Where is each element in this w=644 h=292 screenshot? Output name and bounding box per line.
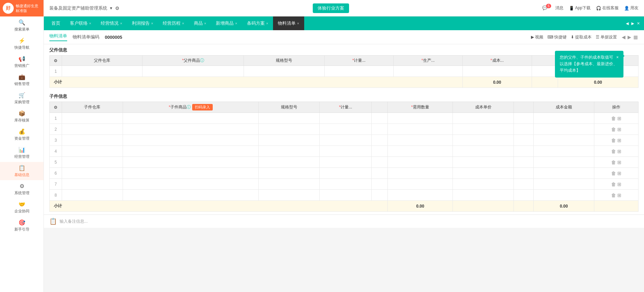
child-cell-spec-1[interactable] xyxy=(259,113,320,124)
copy-icon-3[interactable]: ⊞ xyxy=(617,138,621,143)
close-tab-operations-icon[interactable]: × xyxy=(120,21,122,25)
dropdown-arrow-icon[interactable]: ▾ xyxy=(110,5,112,11)
child-cell-warehouse-1[interactable] xyxy=(62,113,123,124)
page-grid-icon[interactable]: ▦ xyxy=(633,34,639,40)
child-row-7: 7 🗑⊞ xyxy=(50,179,639,190)
close-tab-profit-icon[interactable]: × xyxy=(151,21,153,25)
child-cell-goods-1[interactable] xyxy=(123,113,259,124)
sidebar-item-inventory[interactable]: 📦 库存核算 xyxy=(0,107,44,126)
bottom-bar: 📋 输入备注信息... xyxy=(44,214,644,228)
nav-next-icon[interactable]: ▶ xyxy=(630,21,635,26)
child-cell-spec-2[interactable] xyxy=(259,124,320,135)
child-cell-unit-2[interactable] xyxy=(320,124,372,135)
nav-close-icon[interactable]: ✕ xyxy=(635,21,641,26)
sidebar-item-quicknav[interactable]: ⚡ 快捷导航 xyxy=(0,35,44,53)
parent-cell-unit-1[interactable] xyxy=(324,66,394,77)
sidebar-item-sales[interactable]: 💼 销售管理 xyxy=(0,71,44,89)
message-area[interactable]: 💬 6 消息 xyxy=(542,5,563,11)
nav-prev-icon[interactable]: ◀ xyxy=(624,21,630,26)
copy-icon-8[interactable]: ⊞ xyxy=(617,192,621,198)
tab-customer[interactable]: 客户联络 × xyxy=(65,16,96,30)
copy-icon-7[interactable]: ⊞ xyxy=(617,182,621,187)
child-cell-qty-1[interactable] xyxy=(387,113,453,124)
delete-icon-1[interactable]: 🗑 xyxy=(611,116,616,121)
single-setting-btn[interactable]: ☰ 单据设置 xyxy=(596,34,617,40)
sidebar-item-purchase[interactable]: 🛒 采购管理 xyxy=(0,89,44,107)
child-row-num-3: 3 xyxy=(50,135,62,146)
tab-new-goods[interactable]: 新增商品 × xyxy=(211,16,242,30)
child-col-unit: *计量... xyxy=(320,102,372,113)
close-tab-new-goods-icon[interactable]: × xyxy=(235,21,237,25)
shortcut-btn[interactable]: ⌨ 快捷键 xyxy=(547,34,567,40)
parent-cell-warehouse-1[interactable] xyxy=(62,66,143,77)
copy-icon-5[interactable]: ⊞ xyxy=(617,160,621,165)
child-col-goods: *子件商品ⓘ 扫码录入 xyxy=(123,102,259,113)
copy-icon-4[interactable]: ⊞ xyxy=(617,149,621,154)
tab-home[interactable]: 首页 xyxy=(47,16,65,30)
child-cell-goods-2[interactable] xyxy=(123,124,259,135)
sidebar-item-enterprise[interactable]: 🤝 企业协同 xyxy=(0,198,44,217)
sidebar-item-guide[interactable]: 🎯 新手引导 xyxy=(0,217,44,235)
extract-cost-btn[interactable]: ⬇ 提取成本 xyxy=(571,34,592,40)
page-prev-icon[interactable]: ◀ xyxy=(621,34,626,40)
parent-cell-cost-1[interactable] xyxy=(462,66,532,77)
delete-icon-7[interactable]: 🗑 xyxy=(611,182,616,187)
child-settings-icon[interactable]: ⚙ xyxy=(54,105,58,110)
nav-tabs: 首页 客户联络 × 经营情况 × 利润报告 × 经营历程 × 商品 × 新增商品… xyxy=(44,16,644,30)
headset-icon: 🎧 xyxy=(596,6,601,11)
delete-icon-8[interactable]: 🗑 xyxy=(611,192,616,198)
sidebar-item-management[interactable]: 📊 经营管理 xyxy=(0,144,44,162)
main-content: 装备及固定资产辅助管理系统 ▾ ⚙ 体验行业方案 💬 6 消息 📱 App下载 … xyxy=(44,0,644,292)
tab-barcode[interactable]: 条码方案 × xyxy=(242,16,273,30)
trial-button[interactable]: 体验行业方案 xyxy=(313,3,349,13)
scan-button[interactable]: 扫码录入 xyxy=(192,104,213,110)
tab-goods[interactable]: 商品 × xyxy=(189,16,211,30)
close-tab-history-icon[interactable]: × xyxy=(182,21,184,25)
tab-profit[interactable]: 利润报告 × xyxy=(127,16,158,30)
box-icon: 📦 xyxy=(18,110,25,117)
app-download[interactable]: 📱 App下载 xyxy=(569,5,591,11)
user-area[interactable]: 👤 用友 xyxy=(624,5,639,11)
close-tab-goods-icon[interactable]: × xyxy=(204,21,206,25)
list-icon: 📋 xyxy=(18,165,25,171)
delete-icon-2[interactable]: 🗑 xyxy=(611,127,616,132)
tab-bom[interactable]: 物料清单 × xyxy=(273,16,304,30)
child-cell-price-1[interactable] xyxy=(453,113,514,124)
view-btn[interactable]: ▶ 视频 xyxy=(531,34,543,40)
child-row-num-1: 1 xyxy=(50,113,62,124)
close-tab-barcode-icon[interactable]: × xyxy=(266,21,268,25)
copy-icon-2[interactable]: ⊞ xyxy=(617,127,621,132)
close-tab-customer-icon[interactable]: × xyxy=(89,21,91,25)
parent-cell-produce-1[interactable] xyxy=(394,66,463,77)
breadcrumb-bom[interactable]: 物料清单 xyxy=(49,33,67,41)
parent-cell-goods-1[interactable] xyxy=(143,66,244,77)
sidebar-item-system[interactable]: ⚙ 系统管理 xyxy=(0,180,44,198)
tab-operations[interactable]: 经营情况 × xyxy=(96,16,127,30)
phone-icon: 📱 xyxy=(569,6,574,11)
child-cell-action-3: 🗑⊞ xyxy=(594,135,639,146)
child-cell-unit-1[interactable] xyxy=(320,113,372,124)
online-service[interactable]: 🎧 在线客服 xyxy=(596,5,619,11)
delete-icon-5[interactable]: 🗑 xyxy=(611,160,616,165)
parent-cell-spec-1[interactable] xyxy=(244,66,324,77)
tab-history[interactable]: 经营历程 × xyxy=(158,16,189,30)
settings-icon[interactable]: ⚙ xyxy=(115,5,120,11)
settings-col-icon[interactable]: ⚙ xyxy=(54,58,58,63)
tooltip-close-icon[interactable]: × xyxy=(616,54,619,61)
sidebar-item-search[interactable]: 🔍 搜索菜单 xyxy=(0,16,44,35)
delete-icon-4[interactable]: 🗑 xyxy=(611,149,616,154)
copy-icon-6[interactable]: ⊞ xyxy=(617,171,621,176)
copy-icon-1[interactable]: ⊞ xyxy=(617,116,621,121)
sidebar-item-marketing[interactable]: 📢 营销推广 xyxy=(0,53,44,71)
sidebar-item-finance[interactable]: 💰 资金管理 xyxy=(0,126,44,144)
child-cell-price-2[interactable] xyxy=(453,124,514,135)
child-cell-qty-2[interactable] xyxy=(387,124,453,135)
child-cell-warehouse-2[interactable] xyxy=(62,124,123,135)
close-tab-bom-icon[interactable]: × xyxy=(297,21,299,25)
delete-icon-6[interactable]: 🗑 xyxy=(611,171,616,176)
sidebar-item-basic-info[interactable]: 📋 基础信息 xyxy=(0,162,44,180)
delete-icon-3[interactable]: 🗑 xyxy=(611,138,616,143)
page-next-icon[interactable]: ▶ xyxy=(627,34,632,40)
parent-subtotal-qty: 0.00 xyxy=(462,77,532,88)
child-cell-empty1-1 xyxy=(372,113,387,124)
